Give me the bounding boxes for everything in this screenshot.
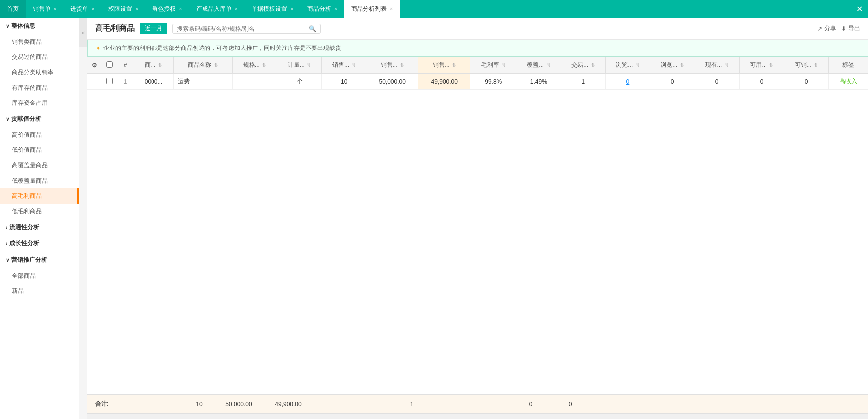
table-header-row: ⚙ # 商... ⇅ 商品名称 ⇅ 规格... ⇅ [87, 57, 868, 74]
nav-roles[interactable]: 角色授权 × [145, 0, 189, 18]
nav-close-product-inbound[interactable]: × [235, 6, 238, 12]
sort-icon-available-stock[interactable]: ⇅ [769, 63, 773, 68]
export-button[interactable]: ⬇ 导出 [841, 24, 860, 33]
sidebar-item-category-assist[interactable]: 商品分类助销率 [0, 65, 79, 80]
sidebar-item-new-goods[interactable]: 新品 [0, 283, 79, 299]
sidebar-item-high-value[interactable]: 高价值商品 [0, 127, 79, 142]
nav-permissions[interactable]: 权限设置 × [102, 0, 145, 18]
sidebar-item-low-margin[interactable]: 低毛利商品 [0, 204, 79, 219]
sort-icon-sales-amount[interactable]: ⇅ [400, 63, 404, 68]
footer-sales-profit: 49,900.00 [263, 401, 313, 408]
nav-product-analysis-list[interactable]: 商品分析列表 × [344, 0, 400, 18]
views1-link[interactable]: 0 [626, 78, 630, 85]
nav-close-product-analysis[interactable]: × [334, 6, 337, 12]
sidebar: ∨ 整体信息 销售类商品 交易过的商品 商品分类助销率 有库存的商品 库存资金占… [0, 18, 79, 419]
tip-bar: ✦ 企业的主要的利润都是这部分商品创造的，可考虑加大推广，同时关注库存是不要出现… [87, 40, 868, 57]
sidebar-group-overall[interactable]: ∨ 整体信息 [0, 18, 79, 34]
nav-close-sales-order[interactable]: × [53, 6, 56, 12]
th-saleable-stock: 可销... ⇅ [784, 57, 828, 74]
nav-close-template-settings[interactable]: × [290, 6, 293, 12]
nav-close-permissions[interactable]: × [135, 6, 138, 12]
sidebar-toggle[interactable]: « [79, 18, 87, 47]
sidebar-item-low-value[interactable]: 低价值商品 [0, 142, 79, 158]
th-available-stock: 可用... ⇅ [739, 57, 784, 74]
td-transactions: 1 [561, 74, 606, 90]
sort-icon-views1[interactable]: ⇅ [636, 63, 640, 68]
th-transactions: 交易... ⇅ [561, 57, 606, 74]
nav-product-inbound[interactable]: 产成品入库单 × [189, 0, 245, 18]
nav-product-analysis[interactable]: 商品分析 × [301, 0, 344, 18]
sidebar-item-inventory-capital[interactable]: 库存资金占用 [0, 95, 79, 111]
nav-purchase-order[interactable]: 进货单 × [63, 0, 101, 18]
share-icon: ↗ [817, 25, 822, 32]
search-input[interactable] [177, 25, 309, 32]
sidebar-item-high-margin[interactable]: 高毛利商品 [0, 188, 79, 204]
th-tag-label: 标签 [842, 61, 854, 68]
sort-icon[interactable]: ⇅ [158, 63, 162, 68]
window-close-button[interactable]: ✕ [850, 0, 868, 18]
td-coverage: 1.49% [516, 74, 561, 90]
sort-icon-sales-profit[interactable]: ⇅ [452, 63, 456, 68]
select-all-checkbox[interactable] [106, 61, 113, 68]
sort-icon-current-stock[interactable]: ⇅ [725, 63, 729, 68]
nav-close-roles[interactable]: × [179, 6, 182, 12]
search-icon[interactable]: 🔍 [309, 25, 316, 32]
sort-icon-saleable-stock[interactable]: ⇅ [814, 63, 818, 68]
sidebar-item-traded-goods[interactable]: 交易过的商品 [0, 49, 79, 65]
sort-icon-unit[interactable]: ⇅ [307, 63, 311, 68]
sidebar-group-liquidity[interactable]: › 流通性分析 [0, 219, 79, 235]
sort-icon-coverage[interactable]: ⇅ [547, 63, 551, 68]
sort-icon-views2[interactable]: ⇅ [680, 63, 684, 68]
th-views1-label: 浏览... [616, 61, 633, 68]
time-filter-button[interactable]: 近一月 [140, 23, 167, 34]
td-saleable-stock: 0 [784, 74, 828, 90]
table-container: ⚙ # 商... ⇅ 商品名称 ⇅ 规格... ⇅ [87, 57, 868, 394]
sort-icon-sales-qty[interactable]: ⇅ [352, 63, 356, 68]
sort-icon-gross-margin[interactable]: ⇅ [502, 63, 506, 68]
table-row: 1 0000... 运费 个 10 50,000.00 49,900.00 99… [87, 74, 868, 90]
th-gross-margin-label: 毛利率 [481, 61, 499, 68]
sort-icon-spec[interactable]: ⇅ [262, 63, 266, 68]
nav-sales-order[interactable]: 销售单 × [26, 0, 63, 18]
sidebar-item-high-coverage[interactable]: 高覆盖量商品 [0, 158, 79, 173]
sort-icon-name[interactable]: ⇅ [214, 63, 218, 68]
nav-close-purchase-order[interactable]: × [91, 6, 94, 12]
sidebar-group-growth[interactable]: › 成长性分析 [0, 235, 79, 252]
share-button[interactable]: ↗ 分享 [817, 24, 836, 33]
th-views2: 浏览... ⇅ [650, 57, 695, 74]
search-box: 🔍 [172, 24, 321, 34]
page-title: 高毛利商品 [95, 23, 135, 34]
td-checkbox[interactable] [102, 74, 117, 90]
th-settings[interactable]: ⚙ [87, 57, 102, 74]
footer-label: 合计: [95, 400, 135, 408]
th-sales-profit-label: 销售... [433, 61, 450, 68]
content-header: 高毛利商品 近一月 🔍 ↗ 分享 ⬇ 导出 [87, 18, 868, 40]
nav-home[interactable]: 首页 [0, 0, 26, 18]
td-views1[interactable]: 0 [606, 74, 650, 90]
th-transactions-label: 交易... [571, 61, 588, 68]
nav-template-settings[interactable]: 单据模板设置 × [245, 0, 300, 18]
th-unit-label: 计量... [288, 61, 305, 68]
th-sales-profit: 销售... ⇅ [418, 57, 470, 74]
th-views2-label: 浏览... [661, 61, 677, 68]
sidebar-group-contribution[interactable]: ∨ 贡献值分析 [0, 111, 79, 127]
horizontal-scrollbar[interactable] [87, 413, 868, 419]
th-name-label: 商品名称 [188, 61, 211, 68]
sort-icon-transactions[interactable]: ⇅ [591, 63, 595, 68]
td-sku: 0000... [134, 74, 173, 90]
td-sales-qty: 10 [322, 74, 366, 90]
th-sales-amount: 销售... ⇅ [366, 57, 418, 74]
sidebar-item-low-coverage[interactable]: 低覆盖量商品 [0, 173, 79, 188]
tip-text: 企业的主要的利润都是这部分商品创造的，可考虑加大推广，同时关注库存是不要出现缺货 [103, 44, 341, 52]
sidebar-item-sales-goods[interactable]: 销售类商品 [0, 34, 79, 49]
arrow-icon-4: › [6, 241, 7, 246]
th-unit: 计量... ⇅ [277, 57, 322, 74]
table-body: 1 0000... 运费 个 10 50,000.00 49,900.00 99… [87, 74, 868, 90]
arrow-icon-3: › [6, 225, 7, 230]
td-sales-profit: 49,900.00 [418, 74, 470, 90]
sidebar-item-all-goods[interactable]: 全部商品 [0, 268, 79, 283]
row-checkbox[interactable] [106, 78, 113, 84]
nav-close-product-analysis-list[interactable]: × [390, 6, 393, 12]
sidebar-group-marketing[interactable]: ∨ 营销推广分析 [0, 252, 79, 268]
sidebar-item-stocked-goods[interactable]: 有库存的商品 [0, 80, 79, 95]
